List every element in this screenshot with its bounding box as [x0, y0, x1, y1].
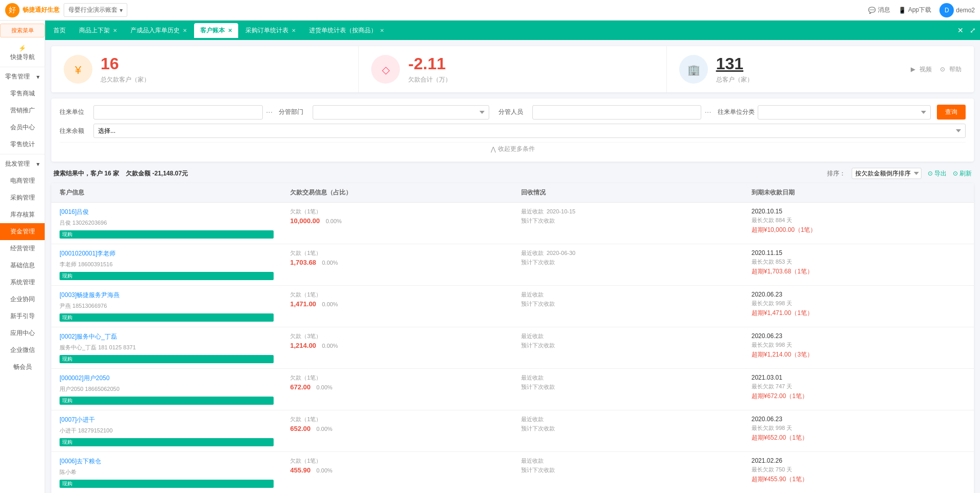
- sidebar-item-retail-stats[interactable]: 零售统计: [0, 136, 45, 153]
- filter-from-unit-ellipsis[interactable]: ···: [266, 108, 273, 117]
- industry-selector[interactable]: 母婴行业演示账套 ▾: [64, 3, 127, 17]
- sort-label: 排序：: [827, 169, 846, 178]
- cell-debt-1: 欠款（1笔） 1,703.68 0.00%: [282, 244, 512, 285]
- quick-nav-icon: ⚡: [18, 45, 26, 52]
- tab-purchase-stats-by-product[interactable]: 进货单统计表（按商品） ✕: [303, 23, 390, 38]
- filter-dept-select[interactable]: [313, 105, 489, 120]
- help-link[interactable]: 帮助: [949, 65, 962, 74]
- tab-production-history[interactable]: 产成品入库单历史 ✕: [124, 23, 193, 38]
- recovery-info-2: 最近收款 预计下次收款: [521, 291, 735, 308]
- overdue-text-1[interactable]: 超期¥1,703.68（1笔）: [752, 267, 966, 276]
- tab-production-history-close[interactable]: ✕: [183, 28, 187, 33]
- sidebar-item-marketing[interactable]: 营销推广: [0, 102, 45, 119]
- result-bar: 搜索结果中，客户 16 家 欠款金额 -21,148.07元 排序： 按欠款金额…: [51, 168, 974, 179]
- sidebar-item-basic-info[interactable]: 基础信息: [0, 257, 45, 274]
- download-icon: 📱: [898, 7, 906, 14]
- search-button[interactable]: 查询: [937, 105, 966, 120]
- close-all-tabs-btn[interactable]: ✕: [955, 25, 966, 35]
- tab-bar: 首页 商品上下架 ✕ 产成品入库单历史 ✕ 客户账本 ✕ 采购订单统计表 ✕ 进…: [45, 21, 980, 40]
- sidebar-item-wholesale-mgmt[interactable]: 批发管理 ▾: [0, 155, 45, 172]
- tab-customer-account[interactable]: 客户账本 ✕: [194, 23, 238, 38]
- filter-person-label: 分管人员: [498, 108, 529, 116]
- maximize-btn[interactable]: ⤢: [968, 25, 978, 35]
- table-row: [0003]畅捷服务尹海燕 尹燕 18513066976 现购 欠款（1笔） 1…: [51, 286, 974, 327]
- cell-due-5: 2020.06.23 最长欠款 998 天 超期¥652.00（1笔）: [743, 410, 974, 451]
- cell-debt-3: 欠款（3笔） 1,214.00 0.00%: [282, 327, 512, 368]
- tab-product-listing[interactable]: 商品上下架 ✕: [73, 23, 123, 38]
- tab-production-history-label: 产成品入库单历史: [130, 26, 180, 35]
- sidebar-item-ecommerce[interactable]: 电商管理: [0, 172, 45, 189]
- sidebar-item-inventory[interactable]: 库存核算: [0, 206, 45, 223]
- customer-name-3[interactable]: [0002]服务中心_丁磊: [60, 332, 274, 341]
- sidebar-item-operations[interactable]: 经营管理: [0, 240, 45, 257]
- amount-1[interactable]: 1,703.68: [290, 259, 316, 266]
- tab-customer-account-close[interactable]: ✕: [228, 28, 232, 33]
- max-overdue-6: 最长欠款 750 天: [752, 466, 966, 474]
- amount-3[interactable]: 1,214.00: [290, 342, 316, 349]
- sidebar-item-finance[interactable]: 资金管理: [0, 223, 45, 240]
- sidebar-item-app-center[interactable]: 应用中心: [0, 325, 45, 342]
- customer-name-6[interactable]: [0006]去下粮仓: [60, 457, 274, 466]
- amount-6[interactable]: 455.90: [290, 466, 311, 474]
- video-link[interactable]: 视频: [919, 65, 932, 74]
- overdue-text-3[interactable]: 超期¥1,214.00（3笔）: [752, 350, 966, 359]
- filter-row-2: 往来余额 选择...: [60, 124, 966, 138]
- tab-product-listing-close[interactable]: ✕: [113, 28, 117, 33]
- due-info-6: 2021.02.26 最长欠款 750 天 超期¥455.90（1笔）: [752, 457, 966, 484]
- user-area[interactable]: D demo2: [939, 3, 975, 17]
- sidebar-item-enterprise-wechat[interactable]: 企业微信: [0, 342, 45, 359]
- sort-select[interactable]: 按欠款金额倒序排序: [852, 168, 921, 179]
- sidebar-item-retail-mgmt[interactable]: 零售管理 ▾: [0, 68, 45, 85]
- customer-name-1[interactable]: [0001020001]李老师: [60, 249, 274, 258]
- table-header: 客户信息 欠款交易信息（占比） 回收情况 到期未收款日期: [51, 183, 974, 203]
- search-menu-btn[interactable]: 搜索菜单: [0, 24, 45, 37]
- sidebar-item-member-plus[interactable]: 畅会员: [0, 359, 45, 376]
- amount-4[interactable]: 672.00: [290, 383, 311, 391]
- app-center-label: 应用中心: [10, 329, 35, 338]
- message-btn[interactable]: 💬 消息: [868, 6, 890, 14]
- tab-purchase-order-stats-close[interactable]: ✕: [292, 28, 296, 33]
- overdue-text-4[interactable]: 超期¥672.00（1笔）: [752, 392, 966, 401]
- sidebar-search-section: 搜索菜单: [0, 21, 45, 41]
- overdue-text-0[interactable]: 超期¥10,000.00（1笔）: [752, 226, 966, 234]
- amount-5[interactable]: 652.00: [290, 425, 311, 432]
- filter-from-balance: 往来余额 选择...: [60, 124, 966, 138]
- sidebar-item-system[interactable]: 系统管理: [0, 274, 45, 291]
- tab-home[interactable]: 首页: [47, 23, 72, 38]
- customer-name-0[interactable]: [0016]吕俊: [60, 208, 274, 216]
- collapse-btn[interactable]: ⋀ 收起更多条件: [60, 142, 966, 155]
- sidebar-item-purchase[interactable]: 采购管理: [0, 189, 45, 206]
- tab-purchase-stats-by-product-close[interactable]: ✕: [380, 28, 384, 33]
- amount-0[interactable]: 10,000.00: [290, 217, 320, 225]
- app-download-btn[interactable]: 📱 App下载: [898, 6, 931, 14]
- export-btn[interactable]: ⊙ 导出: [928, 169, 947, 178]
- refresh-btn[interactable]: ⊙ 刷新: [953, 169, 972, 178]
- sidebar-item-member[interactable]: 会员中心: [0, 119, 45, 136]
- filter-unit-class-select[interactable]: [758, 105, 931, 120]
- tab-purchase-order-stats[interactable]: 采购订单统计表 ✕: [239, 23, 302, 38]
- filter-from-balance-select[interactable]: 选择...: [93, 124, 966, 138]
- sidebar-item-retail-store[interactable]: 零售商城: [0, 85, 45, 102]
- overdue-text-2[interactable]: 超期¥1,471.00（1笔）: [752, 309, 966, 318]
- customer-name-4[interactable]: [000002]用户2050: [60, 374, 274, 383]
- filter-dept: 分管部门: [279, 105, 492, 120]
- table-row: [0006]去下粮仓 陈小希 现购 欠款（1笔） 455.90 0.00%: [51, 452, 974, 493]
- debt-info-0: 欠款（1笔） 10,000.00 0.00%: [290, 208, 504, 225]
- refresh-icon: ⊙: [953, 170, 958, 177]
- filter-person: 分管人员 ···: [498, 105, 712, 120]
- overdue-text-5[interactable]: 超期¥652.00（1笔）: [752, 433, 966, 442]
- amount-2[interactable]: 1,471.00: [290, 300, 316, 308]
- sidebar-item-quick-nav[interactable]: ⚡ 快捷导航: [0, 41, 45, 66]
- overdue-text-6[interactable]: 超期¥455.90（1笔）: [752, 475, 966, 484]
- customer-name-5[interactable]: [0007]小进干: [60, 416, 274, 424]
- filter-person-ellipsis[interactable]: ···: [704, 108, 711, 117]
- percent-5: 0.00%: [316, 426, 332, 432]
- filter-person-input[interactable]: [532, 105, 702, 120]
- content-area: 首页 商品上下架 ✕ 产成品入库单历史 ✕ 客户账本 ✕ 采购订单统计表 ✕ 进…: [45, 21, 980, 493]
- sidebar-item-new-guide[interactable]: 新手引导: [0, 308, 45, 325]
- sidebar-item-enterprise-collab[interactable]: 企业协同: [0, 291, 45, 308]
- cell-debt-0: 欠款（1笔） 10,000.00 0.00%: [282, 203, 512, 244]
- filter-from-unit-input[interactable]: [93, 105, 263, 120]
- customer-name-2[interactable]: [0003]畅捷服务尹海燕: [60, 291, 274, 300]
- stat-icon-debt-svg: ¥: [64, 55, 92, 84]
